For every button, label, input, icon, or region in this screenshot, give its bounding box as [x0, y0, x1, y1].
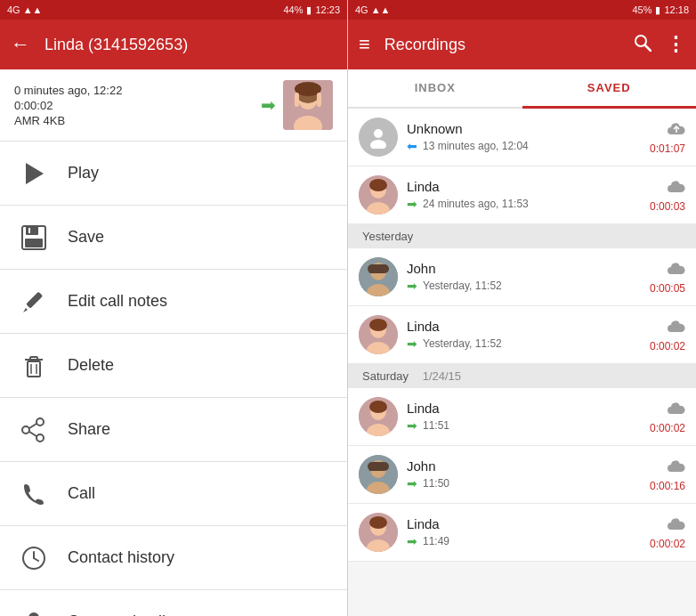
- svg-point-20: [36, 434, 44, 442]
- rec-name-linda-yesterday: Linda: [407, 319, 641, 334]
- rec-item-unknown[interactable]: Unknown ⬅ 13 minutes ago, 12:04 0:01:07: [348, 109, 696, 166]
- outgoing-arrow-sat2-icon: ➡: [407, 534, 417, 548]
- menu-list: Play Save Edit call notes: [0, 142, 347, 616]
- cloud-icon-svg3: [668, 320, 685, 332]
- contact-details-icon: [18, 609, 50, 617]
- history-icon: [18, 545, 50, 571]
- rec-name-linda-sat2: Linda: [407, 516, 641, 531]
- rec-item-john-sat[interactable]: John ➡ 11:50 0:00:16: [348, 446, 696, 504]
- rec-time-linda-today: ➡ 24 minutes ago, 11:53: [407, 197, 641, 211]
- menu-item-contact-history[interactable]: Contact history: [0, 526, 347, 590]
- rec-time-linda-yesterday: ➡ Yesterday, 11:52: [407, 336, 641, 351]
- left-status-left: 4G ▲▲: [7, 4, 42, 15]
- search-button[interactable]: [634, 34, 651, 56]
- delete-label: Delete: [68, 356, 114, 375]
- recording-format: AMR 4KB: [14, 114, 122, 127]
- save-icon: [18, 224, 50, 251]
- cloud-icon-svg4: [668, 401, 685, 414]
- rec-name-linda-today: Linda: [407, 179, 641, 194]
- contact-avatar: [283, 80, 333, 130]
- rec-time-text-john-sat: 11:50: [423, 477, 449, 490]
- rec-item-john-yesterday[interactable]: John ➡ Yesterday, 11:52 0:00:05: [348, 248, 696, 306]
- menu-item-call[interactable]: Call: [0, 462, 347, 526]
- svg-rect-5: [295, 93, 299, 107]
- svg-point-21: [22, 426, 29, 434]
- right-battery: 45%: [632, 4, 651, 15]
- rec-right-john-yesterday: 0:00:05: [650, 260, 685, 295]
- cloud-icon-john-yesterday: [668, 260, 685, 279]
- person-icon: [20, 609, 47, 617]
- rec-duration-linda-sat2: 0:00:02: [650, 538, 685, 550]
- linda-face-sat1: [359, 397, 398, 436]
- more-options-button[interactable]: ⋮: [666, 33, 685, 56]
- right-header-title: Recordings: [384, 36, 619, 54]
- tab-saved[interactable]: SAVED: [522, 69, 697, 109]
- svg-rect-43: [374, 264, 383, 269]
- rec-item-linda-sat1[interactable]: Linda ➡ 11:51 0:00:02: [348, 388, 696, 446]
- outgoing-arrow-linda-yesterday-icon: ➡: [407, 336, 417, 351]
- cloud-icon-sat2: [668, 515, 685, 534]
- svg-line-23: [29, 432, 36, 436]
- rec-right-linda-sat1: 0:00:02: [650, 400, 685, 434]
- john-avatar-sat: [359, 455, 398, 494]
- menu-item-save[interactable]: Save: [0, 206, 347, 270]
- rec-info-linda-sat1: Linda ➡ 11:51: [407, 401, 641, 433]
- cloud-icon-linda-yesterday: [668, 318, 685, 336]
- rec-time-text-unknown: 13 minutes ago, 12:04: [423, 140, 529, 152]
- svg-point-32: [370, 140, 386, 149]
- rec-time-text-linda-today: 24 minutes ago, 11:53: [423, 198, 529, 210]
- svg-line-26: [34, 558, 38, 561]
- left-battery-icon: ▮: [306, 4, 312, 16]
- rec-item-linda-yesterday[interactable]: Linda ➡ Yesterday, 11:52 0:00:02: [348, 306, 696, 364]
- svg-point-37: [369, 179, 387, 191]
- svg-line-22: [29, 424, 36, 428]
- phone-icon: [20, 481, 47, 507]
- menu-item-delete[interactable]: Delete: [0, 334, 347, 398]
- linda-avatar-yesterday: [359, 315, 398, 354]
- tab-inbox[interactable]: INBOX: [348, 69, 522, 109]
- right-signal: ▲▲: [371, 4, 391, 15]
- section-saturday: Saturday 1/24/15: [348, 364, 696, 388]
- rec-time-linda-sat2: ➡ 11:49: [407, 534, 641, 548]
- cloud-icon-john-sat: [668, 458, 685, 476]
- svg-line-30: [645, 45, 651, 51]
- pencil-icon: [20, 288, 47, 315]
- linda-avatar-svg: [283, 80, 333, 130]
- left-time: 12:23: [315, 4, 340, 15]
- rec-time-unknown: ⬅ 13 minutes ago, 12:04: [407, 139, 641, 153]
- menu-item-play[interactable]: Play: [0, 142, 347, 206]
- rec-right-john-sat: 0:00:16: [650, 458, 685, 492]
- rec-name-linda-sat1: Linda: [407, 401, 641, 416]
- outgoing-arrow-john-sat-icon: ➡: [407, 476, 417, 490]
- search-icon: [634, 34, 651, 52]
- rec-info-unknown: Unknown ⬅ 13 minutes ago, 12:04: [407, 121, 641, 153]
- play-icon: [18, 160, 50, 187]
- svg-rect-57: [374, 462, 383, 466]
- section-yesterday-label: Yesterday: [362, 230, 413, 243]
- recording-time-ago: 0 minutes ago, 12:22: [14, 84, 122, 97]
- rec-right-unknown: 0:01:07: [650, 120, 685, 155]
- svg-rect-12: [26, 291, 43, 308]
- menu-item-share[interactable]: Share: [0, 398, 347, 462]
- rec-right-linda-yesterday: 0:00:02: [650, 318, 685, 353]
- svg-marker-13: [23, 308, 28, 312]
- linda-avatar-today: [359, 175, 398, 215]
- hamburger-menu-button[interactable]: ≡: [359, 33, 370, 56]
- right-status-bar: 4G ▲▲ 45% ▮ 12:18: [348, 0, 696, 20]
- rec-item-linda-today[interactable]: Linda ➡ 24 minutes ago, 11:53 0:00:03: [348, 166, 696, 224]
- right-battery-icon: ▮: [655, 4, 660, 16]
- menu-item-edit[interactable]: Edit call notes: [0, 270, 347, 334]
- right-status-left: 4G ▲▲: [355, 4, 390, 15]
- svg-rect-56: [369, 464, 372, 471]
- section-saturday-date: 1/24/15: [423, 369, 461, 383]
- menu-item-contact-details[interactable]: Contact details: [0, 590, 347, 616]
- linda-face-yesterday: [359, 315, 398, 354]
- rec-item-linda-sat2[interactable]: Linda ➡ 11:49 0:00:02: [348, 504, 696, 562]
- left-battery: 44%: [283, 4, 303, 15]
- right-header: ≡ Recordings ⋮: [348, 20, 696, 69]
- call-label: Call: [68, 484, 95, 503]
- back-button[interactable]: ←: [11, 33, 30, 56]
- rec-time-text-linda-sat2: 11:49: [423, 535, 449, 547]
- svg-marker-7: [26, 163, 44, 184]
- rec-info-john-sat: John ➡ 11:50: [407, 458, 641, 490]
